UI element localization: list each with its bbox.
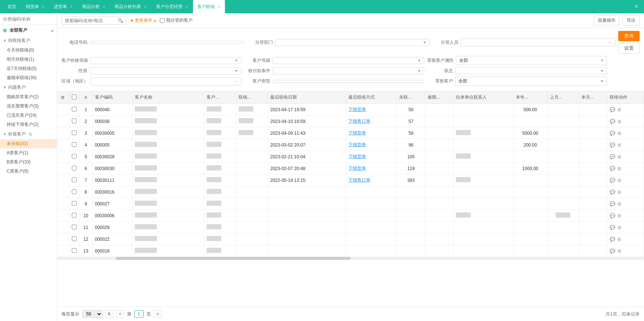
grid-action-icon[interactable]: ⊞	[617, 213, 621, 218]
row-checkbox[interactable]	[72, 166, 77, 170]
tab-purchase[interactable]: 进货单 ×	[49, 0, 77, 13]
grid-action-icon[interactable]: ⊞	[617, 154, 621, 159]
scrollbar-thumb[interactable]	[116, 257, 351, 260]
message-icon[interactable]: 💬	[610, 237, 615, 242]
last-method-link[interactable]: 下销售订单	[348, 119, 370, 124]
gear-col-header[interactable]: ⚙	[57, 91, 69, 104]
grid-action-icon[interactable]: ⊞	[617, 178, 621, 183]
retail-customer-select[interactable]: 全部 ▼	[455, 77, 607, 86]
sidebar-group-value[interactable]: ▼ 价值客户 ↻	[0, 129, 57, 139]
message-icon[interactable]: 💬	[610, 178, 615, 183]
sidebar-item-class-b[interactable]: B类客户(33)	[0, 158, 57, 167]
tab-product-analysis-list[interactable]: 商品分析列表 ×	[110, 0, 151, 13]
grid-action-icon[interactable]: ⊞	[617, 107, 621, 112]
search-input[interactable]	[65, 18, 116, 23]
horizontal-scrollbar[interactable]	[57, 257, 644, 260]
last-method-link[interactable]: 下销货单	[348, 142, 366, 147]
check-col-header[interactable]	[69, 91, 79, 104]
row-checkbox[interactable]	[72, 201, 77, 206]
last-method-cell[interactable]	[346, 210, 397, 222]
sidebar-item-churned[interactable]: 已流失客户(24)	[0, 111, 57, 120]
row-checkbox[interactable]	[72, 248, 77, 253]
row-checkbox[interactable]	[72, 189, 77, 194]
check-cell[interactable]	[69, 186, 79, 198]
last-method-cell[interactable]	[346, 233, 397, 245]
grid-action-icon[interactable]: ⊞	[617, 166, 621, 171]
last-method-cell[interactable]: 下销货单	[346, 151, 397, 163]
message-icon[interactable]: 💬	[610, 201, 615, 207]
retail-attr-select[interactable]: 全部 ▼	[456, 56, 607, 65]
query-button[interactable]: 查询	[618, 31, 640, 41]
status-select[interactable]: ▼	[455, 67, 607, 74]
tab-home[interactable]: 首页	[3, 0, 21, 13]
last-method-cell[interactable]: 下销货单	[346, 104, 397, 116]
message-icon[interactable]: 💬	[610, 107, 615, 112]
sidebar-item-class-a[interactable]: A类客户(1)	[0, 148, 57, 158]
last-method-link[interactable]: 下销货单	[348, 107, 366, 112]
my-customers-check[interactable]	[160, 18, 165, 23]
grid-action-icon[interactable]: ⊞	[617, 248, 621, 254]
check-cell[interactable]	[69, 174, 79, 186]
grid-action-icon[interactable]: ⊞	[617, 201, 621, 207]
last-method-cell[interactable]	[346, 186, 397, 198]
all-customers-header[interactable]: ⊞ 全部客户 «	[0, 25, 57, 36]
sidebar-item-tomorrow-pending[interactable]: 明天待联络(1)	[0, 55, 57, 64]
page-size-select[interactable]: 50 100	[82, 310, 102, 318]
dept-select[interactable]: ▼	[275, 39, 430, 46]
tab-customer-tier[interactable]: 客户分层经营 ×	[152, 0, 192, 13]
prev-page-button[interactable]: <	[116, 310, 124, 318]
message-icon[interactable]: 💬	[610, 190, 615, 195]
check-cell[interactable]	[69, 233, 79, 245]
row-checkbox[interactable]	[72, 142, 77, 147]
row-checkbox[interactable]	[72, 236, 77, 241]
row-checkbox[interactable]	[72, 177, 77, 182]
message-icon[interactable]: 💬	[610, 154, 615, 159]
tab-customer-contact-close[interactable]: ×	[218, 4, 220, 9]
check-cell[interactable]	[69, 210, 79, 222]
message-icon[interactable]: 💬	[610, 213, 615, 218]
tab-customer-contact[interactable]: 客户联络 ×	[193, 0, 225, 13]
price-level-select[interactable]: ▼	[90, 57, 242, 64]
check-cell[interactable]	[69, 151, 79, 163]
grid-action-icon[interactable]: ⊞	[617, 131, 621, 136]
my-customers-checkbox[interactable]: 我分管的客户	[160, 17, 193, 24]
last-method-cell[interactable]: 下销售订单	[346, 174, 397, 186]
last-method-cell[interactable]	[346, 198, 397, 210]
last-method-link[interactable]: 下销货单	[348, 154, 366, 159]
select-all-checkbox[interactable]	[72, 95, 77, 99]
export-button[interactable]: 导出	[623, 15, 640, 25]
collapse-button[interactable]: «	[51, 28, 54, 33]
row-checkbox[interactable]	[72, 225, 77, 229]
last-method-link[interactable]: 下销售订单	[348, 177, 370, 183]
check-cell[interactable]	[69, 163, 79, 174]
customer-type-input[interactable]	[272, 80, 425, 83]
first-page-button[interactable]: K	[105, 310, 113, 318]
last-method-cell[interactable]: 下销货单	[346, 127, 397, 139]
row-checkbox[interactable]	[72, 107, 77, 112]
last-method-cell[interactable]	[346, 245, 397, 257]
sidebar-item-class-c[interactable]: C类客户(6)	[0, 167, 57, 176]
tab-sales[interactable]: 销货单 ×	[21, 0, 49, 13]
row-checkbox[interactable]	[72, 130, 77, 135]
message-icon[interactable]: 💬	[610, 119, 615, 124]
grid-action-icon[interactable]: ⊞	[617, 190, 621, 195]
check-cell[interactable]	[69, 104, 79, 116]
region-select[interactable]: ···	[90, 77, 242, 85]
refresh-icon[interactable]: ↻	[29, 132, 32, 137]
last-method-cell[interactable]: 下销货单	[346, 163, 397, 174]
message-icon[interactable]: 💬	[610, 142, 615, 148]
sidebar-item-today-pending[interactable]: 今天待联络(0)	[0, 46, 57, 55]
batch-op-button[interactable]: 批量操作	[594, 15, 620, 25]
sidebar-group-problem[interactable]: ▼ 问题客户	[0, 82, 57, 92]
search-icon[interactable]: 🔍	[118, 18, 123, 23]
last-method-link[interactable]: 下销货单	[348, 130, 366, 135]
manager-select[interactable]: ···	[461, 38, 615, 46]
tab-product-analysis-list-close[interactable]: ×	[144, 4, 146, 9]
grid-action-icon[interactable]: ⊞	[617, 142, 621, 148]
check-cell[interactable]	[69, 198, 79, 210]
tab-purchase-close[interactable]: ×	[70, 4, 72, 9]
check-cell[interactable]	[69, 139, 79, 151]
row-checkbox[interactable]	[72, 213, 77, 218]
next-page-button[interactable]: >	[154, 310, 162, 318]
payment-select[interactable]: ▼	[272, 67, 425, 74]
